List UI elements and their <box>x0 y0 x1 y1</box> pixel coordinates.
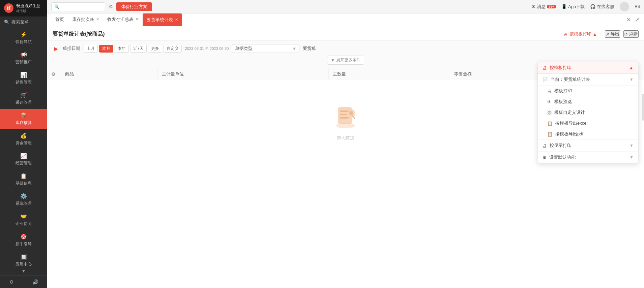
sidebar-item-inventory[interactable]: 📦 库存核算 <box>0 109 47 129</box>
default-function-title[interactable]: ⚙ 设置默认功能 ▼ <box>538 152 638 163</box>
topbar-search-box[interactable]: 🔍 <box>51 2 105 11</box>
dropdown-item-export-pdf[interactable]: 📋 按模板导出pdf <box>538 129 638 139</box>
export-button[interactable]: ↗ 导出 <box>605 30 620 38</box>
date-btn-7days[interactable]: 近7天 <box>130 45 147 53</box>
sidebar-item-sales[interactable]: 📊 销售管理 <box>0 68 47 89</box>
template-preview-item-icon: 👁 <box>547 99 552 104</box>
template-dropdown: 🖨 按模板打印 ▲ 📄 当前：要货单统计表 ▼ 🖨 <box>537 62 639 164</box>
online-service-button[interactable]: 🎧 在线客服 <box>590 4 614 10</box>
display-print-icon: 🖨 <box>543 143 547 148</box>
avatar[interactable] <box>620 2 629 11</box>
dropdown-item-export-excel[interactable]: 📋 按模板导出excel <box>538 118 638 129</box>
col-settings: ⚙ <box>47 68 61 80</box>
expand-icon: ▼ <box>331 58 335 63</box>
topbar: 🔍 ⚙ 体验行业方案 ✉ 消息 99+ 📱 App下载 🎧 在线客服 Rit <box>47 0 644 13</box>
tabs-controls: ✕ ⤢ <box>626 16 640 24</box>
page-actions: 🖨 按模板打印 ▲ | ↗ 导出 ↺ 刷新 <box>564 30 639 38</box>
display-print-title[interactable]: 🖨 按显示打印 ▼ <box>538 140 638 151</box>
trial-button[interactable]: 体验行业方案 <box>116 2 152 11</box>
empty-icon <box>330 100 361 131</box>
tab-receivable-summary[interactable]: 收发存汇总表 ✕ <box>103 13 143 26</box>
svg-rect-3 <box>340 114 347 115</box>
sound-icon[interactable]: 🔊 <box>32 279 38 285</box>
tab-requisition-stats[interactable]: 要货单统计表 ✕ <box>143 13 182 26</box>
dropdown-collapse-icon: ▲ <box>629 65 634 70</box>
date-btn-more[interactable]: 更多 <box>148 45 162 53</box>
sidebar-item-collab[interactable]: 🤝 企业协同 <box>0 210 47 230</box>
requisition-filter-label: 要货单 <box>303 45 316 52</box>
messages-button[interactable]: ✉ 消息 99+ <box>532 4 556 10</box>
current-section-title[interactable]: 📄 当前：要货单统计表 ▼ <box>538 74 638 85</box>
collab-icon: 🤝 <box>20 213 27 220</box>
dropdown-display-print-section: 🖨 按显示打印 ▼ <box>538 140 638 152</box>
sidebar-item-basic[interactable]: 📋 基础信息 <box>0 169 47 190</box>
dropdown-header[interactable]: 🖨 按模板打印 ▲ <box>538 62 638 74</box>
template-print-button[interactable]: 🖨 按模板打印 ▲ <box>564 31 597 37</box>
purchase-icon: 🛒 <box>20 92 27 98</box>
table-settings-icon[interactable]: ⚙ <box>51 71 56 77</box>
dropdown-printer-icon: 🖨 <box>543 65 547 70</box>
search-menu[interactable]: 🔍 搜索菜单 <box>0 17 47 28</box>
tab-close-inventory-batch[interactable]: ✕ <box>96 17 99 22</box>
dropdown-default-function-section: ⚙ 设置默认功能 ▼ <box>538 152 638 163</box>
sidebar-item-finance[interactable]: 💰 资金管理 <box>0 129 47 149</box>
tab-close-icon[interactable]: ✕ <box>626 16 632 24</box>
dropdown-items-section: 🖨 模板打印 👁 模板预览 🖼 模板自定义设计 📋 按模板导出excel 📋 <box>538 86 638 140</box>
date-btn-last-month[interactable]: 上月 <box>84 45 98 53</box>
tab-maximize-icon[interactable]: ⤢ <box>634 16 640 24</box>
app-name: 畅捷通好生意 标准版 <box>16 3 40 13</box>
sidebar-scroll-down[interactable]: ▼ <box>0 266 47 276</box>
sidebar-item-marketing[interactable]: 📢 营销推广 <box>0 48 47 68</box>
topbar-right-actions: ✉ 消息 99+ 📱 App下载 🎧 在线客服 Rit <box>532 2 640 11</box>
dropdown-item-template-preview[interactable]: 👁 模板预览 <box>538 96 638 107</box>
filter-row-main: ▶ 单据日期 上月 本月 本年 近7天 更多 自定义 2023-06-01 至 … <box>53 44 639 53</box>
basic-icon: 📋 <box>20 173 27 179</box>
export-excel-icon: 📋 <box>547 121 553 126</box>
tab-inventory-batch[interactable]: 库存批次账 ✕ <box>68 13 103 26</box>
topbar-gear-icon[interactable]: ⚙ <box>109 4 113 10</box>
sidebar-item-operations[interactable]: 📈 经营管理 <box>0 149 47 169</box>
app-logo: 好 畅捷通好生意 标准版 <box>0 0 47 17</box>
app-download-icon: 📱 <box>561 4 567 9</box>
marketing-icon: 📢 <box>20 52 27 58</box>
refresh-button[interactable]: ↺ 刷新 <box>623 30 639 38</box>
date-btn-custom[interactable]: 自定义 <box>164 45 182 53</box>
page-content: 要货单统计表(按商品) 🖨 按模板打印 ▲ | ↗ 导出 ↺ 刷新 <box>47 26 644 288</box>
empty-text: 暂无数据 <box>337 135 354 141</box>
col-unit: 主计量单位 <box>157 68 328 80</box>
main-area: 🔍 ⚙ 体验行业方案 ✉ 消息 99+ 📱 App下载 🎧 在线客服 Rit <box>47 0 644 288</box>
sidebar-item-appstore[interactable]: 🔲 应用中心 <box>0 250 47 266</box>
expand-more-btn[interactable]: ▼ 展开更多条件 <box>327 56 364 65</box>
dropdown-item-template-custom[interactable]: 🖼 模板自定义设计 <box>538 107 638 118</box>
settings-bottom-icon[interactable]: ⚙ <box>9 279 14 285</box>
current-section-chevron: ▼ <box>630 77 634 82</box>
sidebar-item-quick-nav[interactable]: ⚡ 快捷导航 <box>0 28 47 48</box>
tab-home[interactable]: 首页 <box>51 13 68 26</box>
col-product: 商品 <box>61 68 157 80</box>
filter-toggle-btn[interactable]: ▶ <box>53 45 59 52</box>
tab-close-receivable-summary[interactable]: ✕ <box>136 17 139 22</box>
default-function-icon: ⚙ <box>543 155 547 160</box>
date-label: 单据日期 <box>63 45 80 52</box>
system-icon: ⚙️ <box>20 193 27 199</box>
export-icon: ↗ <box>606 32 609 37</box>
date-btn-this-year[interactable]: 本年 <box>115 45 129 53</box>
scrollbar[interactable] <box>642 94 644 121</box>
dropdown-item-template-print[interactable]: 🖨 模板打印 <box>538 86 638 96</box>
refresh-icon: ↺ <box>624 32 628 37</box>
sidebar-item-system[interactable]: ⚙️ 系统管理 <box>0 190 47 210</box>
messages-icon: ✉ <box>532 4 535 9</box>
default-function-chevron: ▼ <box>630 155 634 160</box>
app-download-button[interactable]: 📱 App下载 <box>561 4 585 10</box>
export-pdf-icon: 📋 <box>547 132 553 137</box>
sidebar-item-guide[interactable]: 🎯 新手引导 <box>0 230 47 250</box>
date-btn-this-month[interactable]: 本月 <box>99 45 113 53</box>
finance-icon: 💰 <box>20 132 27 139</box>
tab-close-requisition-stats[interactable]: ✕ <box>175 18 178 22</box>
printer-icon: 🖨 <box>564 32 568 37</box>
user-name[interactable]: Rit <box>635 4 640 9</box>
type-select[interactable]: 单据类型 ▼ <box>232 44 299 53</box>
empty-svg <box>330 100 361 131</box>
sidebar-item-purchase[interactable]: 🛒 采购管理 <box>0 89 47 109</box>
messages-badge: 99+ <box>547 5 556 8</box>
